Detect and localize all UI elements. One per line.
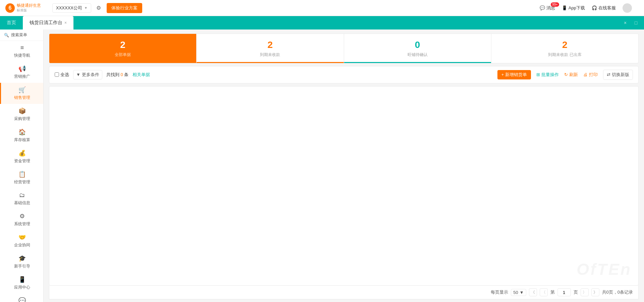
app-download-btn[interactable]: 📱 App下载 <box>562 5 585 11</box>
pagination-bar: 每页显示 50 ▼ 《 〈 第 页 〉 》 共0页，0条记录 <box>49 286 639 299</box>
finance-label: 资金管理 <box>14 158 30 164</box>
found-count: 0 <box>121 72 123 77</box>
sidebar-item-system[interactable]: ⚙ 系统管理 <box>0 209 43 230</box>
add-order-btn[interactable]: + 新增销货单 <box>497 70 531 79</box>
found-prefix: 共找到 <box>106 72 119 77</box>
quicknav-label: 快捷导航 <box>14 53 30 58</box>
prev-page-btn[interactable]: 〈 <box>540 288 548 296</box>
page-unit: 页 <box>574 289 578 295</box>
stat-overdue-count: 2 <box>203 39 337 51</box>
search-menu-btn[interactable]: 🔍 搜索菜单 <box>0 29 43 41</box>
select-all-checkbox[interactable] <box>55 72 59 77</box>
sidebar-item-finance[interactable]: 💰 资金管理 <box>0 146 43 167</box>
switch-version-btn[interactable]: ⇄ 切换新版 <box>603 70 633 80</box>
page-number-input[interactable] <box>557 288 571 296</box>
online-service-btn[interactable]: 🎧 在线客服 <box>592 5 616 11</box>
stat-shipped-label: 到期未收款 已出库 <box>498 52 632 58</box>
logo-sub: 标准版 <box>17 8 41 13</box>
system-label: 系统管理 <box>14 221 30 227</box>
page-size-value: 50 <box>513 290 518 295</box>
sidebar: 🔍 搜索菜单 ≡ 快捷导航 📢 营销推广 🛒 销售管理 📦 采购管理 🏠 库存核… <box>0 29 44 302</box>
marketing-label: 营销推广 <box>14 74 30 79</box>
guide-label: 新手引导 <box>14 263 30 269</box>
nav-tab-actions: × □ <box>621 19 644 27</box>
purchase-icon: 📦 <box>18 107 26 115</box>
tab-home-label: 首页 <box>7 20 16 26</box>
batch-label: 批量操作 <box>541 72 559 78</box>
stat-card-overdue[interactable]: 2 到期未收款 <box>197 34 344 63</box>
message-icon: 💬 <box>540 5 545 10</box>
sidebar-item-guide[interactable]: 🎓 新手引导 <box>0 251 43 273</box>
company-selector[interactable]: XXXXXX公司 ▼ <box>52 3 91 13</box>
tab-workspace[interactable]: 钱货日清工作台 × <box>23 16 73 29</box>
more-filter-btn[interactable]: ▼ 更多条件 <box>73 70 102 79</box>
sales-icon: 🛒 <box>18 86 26 94</box>
main-layout: 🔍 搜索菜单 ≡ 快捷导航 📢 营销推广 🛒 销售管理 📦 采购管理 🏠 库存核… <box>0 29 644 302</box>
experience-btn[interactable]: 体验行业方案 <box>107 3 142 13</box>
quicknav-icon: ≡ <box>20 44 24 51</box>
refresh-btn[interactable]: ↻ 刷新 <box>564 72 578 78</box>
stat-cards: 2 全部单据 2 到期未收款 0 旺铺待确认 2 到期未收款 已出库 <box>49 34 639 63</box>
first-page-btn[interactable]: 《 <box>529 288 537 296</box>
appstore-label: 应用中心 <box>14 285 30 290</box>
last-page-btn[interactable]: 》 <box>591 288 599 296</box>
table-area: OfTEn <box>49 86 639 286</box>
refresh-label: 刷新 <box>569 72 578 78</box>
logo-area: 6 畅捷通好生意 标准版 <box>5 3 49 13</box>
next-page-btn[interactable]: 〉 <box>581 288 589 296</box>
page-prefix: 第 <box>550 289 555 295</box>
found-text: 共找到 0 条 <box>106 72 128 78</box>
app-download-label: App下载 <box>569 5 585 11</box>
message-btn[interactable]: 💬 消息 99+ <box>540 5 555 11</box>
inventory-icon: 🏠 <box>18 128 26 136</box>
sidebar-item-marketing[interactable]: 📢 营销推广 <box>0 62 43 83</box>
enterprise-icon: 🤝 <box>18 234 26 241</box>
company-dropdown-arrow: ▼ <box>84 6 88 10</box>
stat-card-all[interactable]: 2 全部单据 <box>49 34 197 63</box>
app-download-icon: 📱 <box>562 5 567 10</box>
toolbar-left: 全选 ▼ 更多条件 共找到 0 条 相关单据 <box>55 70 493 79</box>
inventory-label: 库存核算 <box>14 137 30 143</box>
service-icon: 🎧 <box>592 5 597 10</box>
close-window-btn[interactable]: × <box>621 19 629 27</box>
top-right-area: 💬 消息 99+ 📱 App下载 🎧 在线客服 <box>540 3 639 13</box>
sidebar-item-quicknav[interactable]: ≡ 快捷导航 <box>0 41 43 62</box>
stat-overdue-label: 到期未收款 <box>203 52 337 58</box>
content-area: 2 全部单据 2 到期未收款 0 旺铺待确认 2 到期未收款 已出库 <box>44 29 644 302</box>
sidebar-item-appstore[interactable]: 📱 应用中心 <box>0 273 43 294</box>
logo-icon: 6 <box>5 3 15 13</box>
maximize-window-btn[interactable]: □ <box>632 19 640 27</box>
select-all-area[interactable]: 全选 <box>55 72 69 78</box>
sidebar-item-sales[interactable]: 🛒 销售管理 <box>0 83 43 104</box>
select-all-label: 全选 <box>60 72 69 78</box>
tab-home[interactable]: 首页 <box>0 16 23 29</box>
stat-card-shipped[interactable]: 2 到期未收款 已出库 <box>491 34 638 63</box>
stat-wangpu-count: 0 <box>351 39 484 51</box>
watermark: OfTEn <box>577 260 632 279</box>
enterprise-label: 企业协同 <box>14 242 30 248</box>
sidebar-item-inventory[interactable]: 🏠 库存核算 <box>0 125 43 146</box>
sidebar-item-enterprise[interactable]: 🤝 企业协同 <box>0 230 43 251</box>
settings-button[interactable]: ⚙ <box>94 3 103 13</box>
toolbar-right: + 新增销货单 ⊞ 批量操作 ↻ 刷新 🖨 打印 ⇄ 切换新版 <box>497 70 633 80</box>
print-label: 打印 <box>589 72 598 78</box>
avatar[interactable] <box>623 3 632 13</box>
related-orders-link[interactable]: 相关单据 <box>132 72 150 78</box>
purchase-label: 采购管理 <box>14 116 30 122</box>
sidebar-item-purchase[interactable]: 📦 采购管理 <box>0 104 43 125</box>
sidebar-item-wechat[interactable]: 💬 企业微信 <box>0 294 43 302</box>
page-size-selector[interactable]: 50 ▼ <box>511 289 526 296</box>
sidebar-item-basic[interactable]: 🗂 基础信息 <box>0 188 43 209</box>
print-icon: 🖨 <box>583 72 588 77</box>
batch-icon: ⊞ <box>536 72 540 77</box>
sidebar-item-operations[interactable]: 📋 经营管理 <box>0 167 43 188</box>
search-menu-label: 搜索菜单 <box>11 32 27 38</box>
logo-title: 畅捷通好生意 <box>17 3 41 8</box>
stat-card-wangpu[interactable]: 0 旺铺待确认 <box>344 34 491 63</box>
stat-shipped-count: 2 <box>498 39 632 51</box>
print-btn[interactable]: 🖨 打印 <box>583 72 598 78</box>
operations-icon: 📋 <box>18 171 26 178</box>
batch-ops-btn[interactable]: ⊞ 批量操作 <box>536 72 559 78</box>
nav-tabs: 首页 钱货日清工作台 × × □ <box>0 16 644 29</box>
close-tab-icon[interactable]: × <box>64 20 67 25</box>
